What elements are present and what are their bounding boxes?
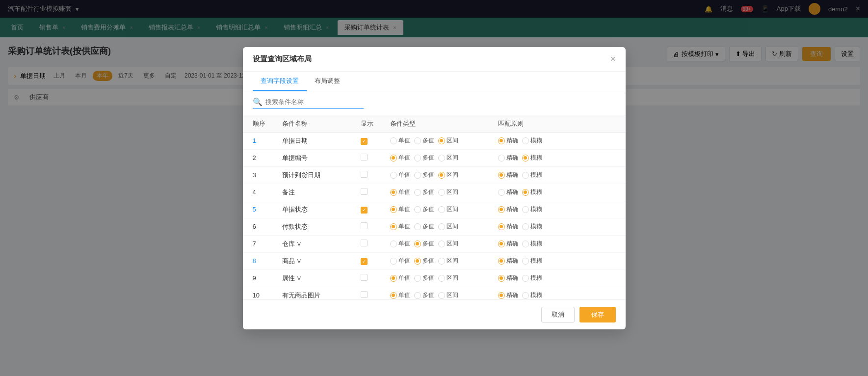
type-range[interactable]: 区间 [438,154,458,162]
row-display[interactable] [361,171,390,179]
row-display[interactable] [361,222,390,231]
match-fuzzy[interactable]: 模糊 [522,291,542,299]
radio-range[interactable] [438,155,445,161]
radio-fuzzy[interactable] [522,155,529,161]
radio-single[interactable] [390,292,397,299]
type-multi[interactable]: 多值 [414,240,434,248]
match-fuzzy[interactable]: 模糊 [522,257,542,265]
type-range[interactable]: 区间 [438,291,458,299]
match-exact[interactable]: 精确 [498,257,518,265]
type-single[interactable]: 单值 [390,188,410,196]
type-range[interactable]: 区间 [438,136,458,145]
radio-fuzzy[interactable] [522,172,529,179]
type-multi[interactable]: 多值 [414,188,434,196]
type-multi[interactable]: 多值 [414,205,434,214]
radio-exact[interactable] [498,258,505,265]
display-checkbox[interactable] [361,154,368,161]
type-range[interactable]: 区间 [438,222,458,231]
radio-single[interactable] [390,223,397,230]
match-fuzzy[interactable]: 模糊 [522,136,542,145]
match-exact[interactable]: 精确 [498,154,518,162]
radio-range[interactable] [438,275,445,282]
match-exact[interactable]: 精确 [498,188,518,196]
type-single[interactable]: 单值 [390,291,410,299]
save-button[interactable]: 保存 [579,307,616,322]
radio-fuzzy[interactable] [522,241,529,247]
cancel-button[interactable]: 取消 [541,307,575,322]
radio-multi[interactable] [414,292,421,299]
row-display[interactable] [361,188,390,196]
type-multi[interactable]: 多值 [414,291,434,299]
modal-tab-fields[interactable]: 查询字段设置 [253,72,307,91]
display-checkbox[interactable] [361,258,368,265]
radio-multi[interactable] [414,172,421,179]
match-exact[interactable]: 精确 [498,222,518,231]
match-fuzzy[interactable]: 模糊 [522,188,542,196]
display-checkbox[interactable] [361,222,368,229]
type-range[interactable]: 区间 [438,188,458,196]
type-multi[interactable]: 多值 [414,171,434,179]
radio-single[interactable] [390,258,397,265]
radio-single[interactable] [390,189,397,196]
type-single[interactable]: 单值 [390,171,410,179]
match-exact[interactable]: 精确 [498,205,518,214]
modal-tab-layout[interactable]: 布局调整 [307,72,348,91]
radio-fuzzy[interactable] [522,223,529,230]
type-single[interactable]: 单值 [390,222,410,231]
radio-exact[interactable] [498,223,505,230]
radio-range[interactable] [438,223,445,230]
radio-fuzzy[interactable] [522,258,529,265]
radio-fuzzy[interactable] [522,292,529,299]
radio-range[interactable] [438,241,445,247]
display-checkbox[interactable] [361,207,368,214]
radio-range[interactable] [438,292,445,299]
modal-search-input[interactable] [265,98,364,106]
row-display[interactable] [361,257,390,265]
type-multi[interactable]: 多值 [414,274,434,282]
match-exact[interactable]: 精确 [498,274,518,282]
radio-multi[interactable] [414,241,421,247]
radio-multi[interactable] [414,206,421,213]
radio-exact[interactable] [498,241,505,247]
display-checkbox[interactable] [361,171,368,178]
match-fuzzy[interactable]: 模糊 [522,154,542,162]
match-exact[interactable]: 精确 [498,291,518,299]
match-fuzzy[interactable]: 模糊 [522,205,542,214]
radio-single[interactable] [390,206,397,213]
radio-fuzzy[interactable] [522,137,529,144]
type-range[interactable]: 区间 [438,240,458,248]
type-single[interactable]: 单值 [390,240,410,248]
radio-fuzzy[interactable] [522,275,529,282]
match-fuzzy[interactable]: 模糊 [522,171,542,179]
radio-exact[interactable] [498,206,505,213]
display-checkbox[interactable] [361,240,368,246]
radio-multi[interactable] [414,137,421,144]
display-checkbox[interactable] [361,138,368,145]
match-exact[interactable]: 精确 [498,136,518,145]
radio-range[interactable] [438,189,445,196]
display-checkbox[interactable] [361,188,368,195]
radio-single[interactable] [390,155,397,161]
radio-range[interactable] [438,137,445,144]
display-checkbox[interactable] [361,291,368,298]
type-multi[interactable]: 多值 [414,136,434,145]
radio-single[interactable] [390,137,397,144]
row-display[interactable] [361,206,390,214]
type-single[interactable]: 单值 [390,257,410,265]
radio-single[interactable] [390,275,397,282]
radio-single[interactable] [390,172,397,179]
radio-range[interactable] [438,206,445,213]
type-single[interactable]: 单值 [390,274,410,282]
radio-multi[interactable] [414,155,421,161]
radio-multi[interactable] [414,189,421,196]
match-fuzzy[interactable]: 模糊 [522,274,542,282]
match-exact[interactable]: 精确 [498,171,518,179]
match-exact[interactable]: 精确 [498,240,518,248]
radio-multi[interactable] [414,223,421,230]
radio-fuzzy[interactable] [522,189,529,196]
radio-exact[interactable] [498,172,505,179]
match-fuzzy[interactable]: 模糊 [522,222,542,231]
radio-multi[interactable] [414,258,421,265]
row-display[interactable] [361,291,390,299]
radio-exact[interactable] [498,155,505,161]
